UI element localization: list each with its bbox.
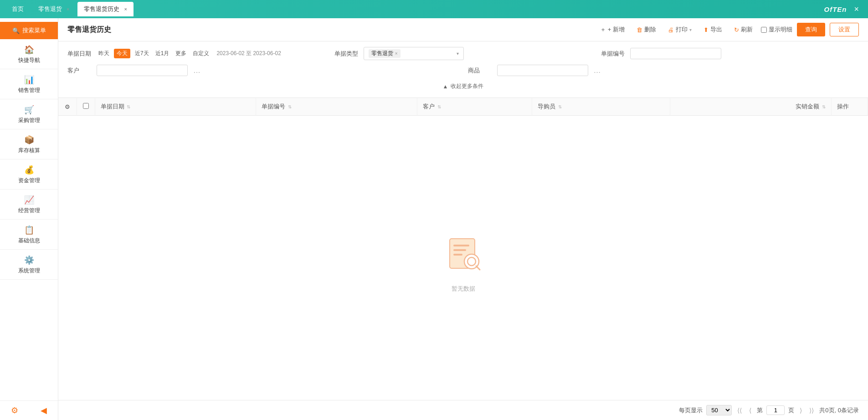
setting-button[interactable]: 设置 (830, 23, 859, 36)
settings-footer-icon[interactable]: ⚙ (11, 405, 18, 415)
page-next-icon[interactable]: ⟩ (798, 406, 804, 415)
sidebar-item-basic-info[interactable]: 📋 基础信息 (0, 220, 58, 250)
voucher-no-label: 单据编号 (601, 50, 627, 58)
sidebar-item-finance-label: 资金管理 (18, 177, 40, 184)
th-date: 单据日期 ⇅ (95, 98, 256, 116)
gear-icon[interactable]: ⚙ (65, 103, 70, 110)
tab-retail-return-history-label: 零售退货历史 (84, 5, 119, 13)
customer-sort-icon[interactable]: ⇅ (437, 104, 441, 109)
sidebar-item-operation-label: 经营管理 (18, 207, 40, 215)
date-filter-group: 单据日期 昨天 今天 近7天 近1月 更多 自定义 2023-06-02 至 2… (67, 49, 325, 58)
no-sort-icon[interactable]: ⇅ (288, 104, 292, 109)
th-customer-label: 客户 (423, 103, 435, 110)
tab-home[interactable]: 首页 (5, 2, 30, 16)
date-range-display: 2023-06-02 至 2023-06-02 (216, 50, 281, 57)
new-button[interactable]: ＋ + 新增 (596, 24, 628, 36)
filter-row-2: 客户 … 商品 … (67, 65, 859, 76)
basic-info-icon: 📋 (24, 225, 34, 235)
page-header: 零售退货历史 ＋ + 新增 🗑 删除 🖨 打印 ▾ ⬆ 导出 (58, 18, 868, 41)
sidebar-item-system[interactable]: ⚙️ 系统管理 (0, 250, 58, 280)
goods-input[interactable] (497, 65, 588, 76)
sidebar-item-finance[interactable]: 💰 资金管理 (0, 159, 58, 190)
show-detail-checkbox-label[interactable]: 显示明细 (761, 26, 792, 34)
sidebar-item-inventory-label: 库存核算 (18, 147, 40, 154)
customer-filter-group: 客户 … (67, 65, 459, 76)
quick-nav-icon: 🏠 (24, 45, 34, 55)
collapse-bar[interactable]: ▲ 收起更多条件 (67, 81, 859, 94)
date-opt-custom[interactable]: 自定义 (191, 49, 211, 58)
collapse-arrow-icon: ▲ (443, 83, 448, 90)
customer-dots[interactable]: … (193, 67, 200, 75)
select-all-checkbox[interactable] (83, 103, 89, 109)
export-button[interactable]: ⬆ 导出 (700, 24, 726, 36)
guide-sort-icon[interactable]: ⇅ (558, 104, 562, 109)
purchase-icon: 🛒 (24, 105, 34, 115)
close-tab-retail-return[interactable]: × (67, 6, 69, 12)
table-header-row: ⚙ 单据日期 ⇅ 单据编号 ⇅ (58, 98, 868, 116)
sidebar-search[interactable]: 🔍 搜索菜单 (0, 22, 58, 39)
date-opt-7days[interactable]: 近7天 (133, 49, 151, 58)
header-actions: ＋ + 新增 🗑 删除 🖨 打印 ▾ ⬆ 导出 ↻ (596, 23, 859, 36)
th-date-label: 单据日期 (101, 103, 124, 110)
sidebar: 🔍 搜索菜单 🏠 快捷导航 📊 销售管理 🛒 采购管理 📦 库存核算 💰 资金管… (0, 18, 58, 420)
delete-button[interactable]: 🗑 删除 (633, 24, 660, 36)
date-sort-icon[interactable]: ⇅ (127, 104, 130, 109)
new-button-label: + 新增 (608, 26, 625, 34)
tab-home-label: 首页 (12, 5, 24, 13)
operation-icon: 📈 (24, 195, 34, 205)
window-close-button[interactable]: × (850, 5, 863, 14)
page-prev-icon[interactable]: ⟨ (747, 406, 753, 415)
page-first-icon[interactable]: ⟨⟨ (735, 406, 744, 415)
sidebar-item-operation[interactable]: 📈 经营管理 (0, 190, 58, 220)
brand-text: OfTEn (824, 5, 847, 13)
sidebar-search-label: 搜索菜单 (22, 26, 46, 35)
date-opt-yesterday[interactable]: 昨天 (97, 49, 111, 58)
amount-sort-icon[interactable]: ⇅ (822, 104, 826, 109)
th-checkbox (77, 98, 95, 116)
date-opt-1month[interactable]: 近1月 (154, 49, 171, 58)
svg-rect-1 (453, 245, 469, 246)
sidebar-item-basic-label: 基础信息 (18, 237, 40, 245)
page-number-input[interactable] (766, 405, 785, 415)
finance-icon: 💰 (24, 165, 34, 175)
collapse-label: 收起更多条件 (451, 82, 483, 90)
close-tab-history[interactable]: × (124, 6, 127, 12)
th-customer: 客户 ⇅ (417, 98, 532, 116)
page-suffix: 页 (788, 406, 794, 415)
sidebar-item-inventory[interactable]: 📦 库存核算 (0, 129, 58, 159)
th-actions: 操作 (832, 98, 868, 116)
customer-label: 客户 (67, 67, 93, 75)
date-opt-more[interactable]: 更多 (174, 49, 188, 58)
voucher-type-select[interactable]: 零售退货 × ▾ (364, 47, 464, 60)
pagination: 每页显示 50 10 20 100 ⟨⟨ ⟨ 第 页 ⟩ ⟩⟩ 共0页, 0条记… (58, 400, 868, 420)
per-page-select[interactable]: 50 10 20 100 (706, 405, 732, 415)
query-button[interactable]: 查询 (797, 23, 825, 36)
sidebar-item-sales-mgmt[interactable]: 📊 销售管理 (0, 69, 58, 99)
filter-row-1: 单据日期 昨天 今天 近7天 近1月 更多 自定义 2023-06-02 至 2… (67, 47, 859, 60)
th-guide: 导购员 ⇅ (532, 98, 670, 116)
empty-state-icon (441, 232, 486, 277)
sidebar-item-purchase-label: 采购管理 (18, 117, 40, 124)
sidebar-item-purchase-mgmt[interactable]: 🛒 采购管理 (0, 99, 58, 129)
customer-input[interactable] (97, 65, 188, 76)
print-icon: 🖨 (668, 26, 674, 33)
voucher-no-input[interactable] (630, 48, 721, 59)
voucher-type-filter-group: 单据类型 零售退货 × ▾ (334, 47, 592, 60)
date-opt-today[interactable]: 今天 (114, 49, 130, 58)
svg-line-6 (476, 266, 480, 270)
show-detail-checkbox[interactable] (761, 27, 767, 33)
refresh-icon: ↻ (734, 26, 739, 33)
print-button[interactable]: 🖨 打印 ▾ (664, 24, 695, 36)
voucher-type-remove[interactable]: × (395, 51, 398, 56)
delete-button-label: 删除 (644, 26, 656, 34)
tab-retail-return-history[interactable]: 零售退货历史 × (77, 2, 133, 16)
sidebar-item-quick-nav[interactable]: 🏠 快捷导航 (0, 39, 58, 69)
tab-retail-return[interactable]: 零售退货 × (32, 2, 76, 16)
page-last-icon[interactable]: ⟩⟩ (807, 406, 816, 415)
refresh-button[interactable]: ↻ 刷新 (730, 24, 756, 36)
show-detail-label: 显示明细 (769, 26, 792, 34)
voucher-type-arrow-icon: ▾ (457, 51, 459, 56)
collapse-sidebar-icon[interactable]: ◀ (41, 405, 47, 415)
goods-dots[interactable]: … (594, 67, 601, 75)
sidebar-item-quick-nav-label: 快捷导航 (18, 56, 40, 64)
